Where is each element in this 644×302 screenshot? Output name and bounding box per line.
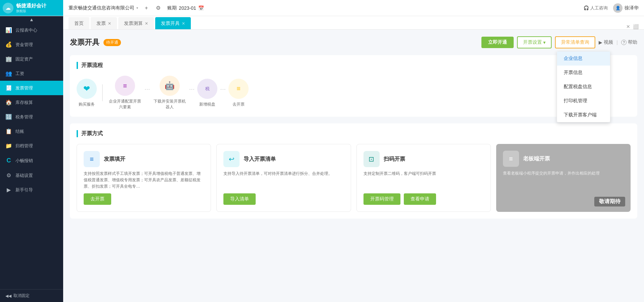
method-import-icon: ↩ — [223, 151, 240, 167]
app-logo-icon: ☁ — [3, 3, 13, 13]
fixed-assets-icon: 🏢 — [5, 56, 12, 62]
method-cards: ≡ 发票填开 支持按照发票样式手工填开发票；可开具增值税电子普通发票、增值税普通… — [77, 144, 631, 212]
company-selector[interactable]: 重庆畅捷交通信息咨询有限公司 ▾ — [69, 5, 138, 11]
flow-divider-1 — [102, 84, 103, 101]
tax-icon: 🔢 — [5, 114, 12, 120]
dropdown-item-invoice-info[interactable]: 开票信息 — [557, 66, 610, 80]
app-edition: 旗舰版 — [16, 9, 46, 13]
flow-step-3-label: 下载并安装开票机器人 — [153, 99, 186, 110]
sidebar-item-xiaochang[interactable]: C 小畅报销 — [0, 153, 63, 168]
top-bar: ☁ 畅捷通好会计 旗舰版 重庆畅捷交通信息咨询有限公司 ▾ + ⚙ 账期 202… — [0, 0, 644, 16]
page-content: 发票开具 待开通 立即开通 开票设置 ▾ 异常清单查询 ▶ 视频 | — [63, 30, 644, 302]
method-card-fill: ≡ 发票填开 支持按照发票样式手工填开发票；可开具增值税电子普通发票、增值税普通… — [77, 144, 211, 212]
tab-maximize-icon[interactable]: ⬜ — [633, 24, 639, 29]
abnormal-list-button[interactable]: 异常清单查询 — [555, 36, 595, 48]
flow-step-2-icon: ≡ — [115, 76, 135, 96]
dropdown-item-download-client[interactable]: 下载开票客户端 — [557, 108, 610, 122]
method-scan-qrcode-btn[interactable]: 开票码管理 — [363, 193, 400, 205]
flow-step-4: 税 新增税盘 — [197, 79, 217, 107]
method-import-header: ↩ 导入开票清单 — [223, 151, 344, 167]
boss-watermark: 敬请期待 — [594, 197, 625, 206]
tab-invoice[interactable]: 发票 ✕ — [91, 17, 117, 29]
sidebar-item-tax[interactable]: 🔢 税务管理 — [0, 110, 63, 124]
sidebar-item-label: 发票管理 — [15, 85, 33, 91]
flow-step-2: ≡ 企业开通配置开票六要素 — [108, 76, 142, 110]
sidebar-item-label: 云报表中心 — [15, 27, 37, 33]
video-icon: ▶ — [599, 40, 602, 45]
tab-invoice-calc-close-icon[interactable]: ✕ — [145, 21, 148, 26]
flow-step-4-label: 新增税盘 — [199, 102, 215, 107]
dropdown-item-printer[interactable]: 打印机管理 — [557, 94, 610, 108]
help-label: 帮助 — [628, 39, 637, 45]
support-label: 人工咨询 — [590, 5, 608, 11]
method-fill-name: 发票填开 — [104, 156, 125, 163]
settings-btn-chevron-icon: ▾ — [543, 40, 546, 45]
help-button[interactable]: ? 帮助 — [621, 39, 637, 45]
logo-text-area: 畅捷通好会计 旗舰版 — [16, 3, 46, 13]
settings-dropdown-button[interactable]: 开票设置 ▾ — [517, 36, 552, 48]
dropdown-item-tax-disk[interactable]: 配置税盘信息 — [557, 80, 610, 94]
sidebar-item-cloud-report[interactable]: 📊 云报表中心 — [0, 23, 63, 37]
avatar: 👤 — [613, 3, 622, 13]
method-boss-icon: ≡ — [503, 151, 519, 167]
tabs-bar: 首页 发票 ✕ 发票测算 ✕ 发票开具 ✕ ✕ ⬜ — [63, 16, 644, 30]
dropdown-item-company-info[interactable]: 企业信息 — [557, 51, 610, 66]
calendar-icon[interactable]: 📅 — [198, 5, 204, 11]
method-scan-header: ⊡ 扫码开票 — [363, 151, 484, 167]
tabs-right: ✕ ⬜ — [626, 24, 639, 29]
method-scan-icon: ⊡ — [363, 151, 380, 167]
help-icon: ? — [621, 40, 627, 45]
user-area[interactable]: 👤 徐泽华 — [613, 3, 639, 13]
sidebar-item-label: 小畅报销 — [15, 158, 33, 164]
method-card-boss: ≡ 老板端开票 查看老板端小程序提交的开票申请，并作出相应的处理 敬请期待 — [496, 144, 631, 212]
sidebar-item-invoice[interactable]: 🧾 发票管理 — [0, 81, 63, 95]
tab-invoice-issue[interactable]: 发票开具 ✕ — [155, 17, 191, 29]
method-scan-name: 扫码开票 — [384, 156, 405, 163]
cancel-fixed-icon: ◀◀ — [5, 294, 11, 298]
sidebar-item-guide[interactable]: ▶ 新手引导 — [0, 183, 63, 197]
activate-button[interactable]: 立即开通 — [481, 37, 514, 48]
tab-home-label: 首页 — [74, 21, 84, 27]
tab-home[interactable]: 首页 — [69, 17, 89, 29]
flow-arrow-3: ··· — [189, 85, 195, 101]
sidebar-item-archive[interactable]: 📁 归档管理 — [0, 139, 63, 153]
tab-invoice-issue-label: 发票开具 — [161, 21, 180, 27]
sidebar-item-settings[interactable]: ⚙ 基础设置 — [0, 168, 63, 183]
username: 徐泽华 — [625, 5, 639, 11]
period-label: 账期 — [167, 5, 177, 11]
settings-dropdown-menu: 企业信息 开票信息 配置税盘信息 打印机管理 下载开票客户端 — [557, 51, 610, 122]
sidebar-item-label: 资金管理 — [15, 42, 33, 48]
sidebar: ▲ 📊 云报表中心 💰 资金管理 🏢 固定资产 👥 工资 🧾 发票管理 — [0, 16, 63, 302]
flow-step-1-icon: ❤ — [77, 79, 97, 99]
settings-button[interactable]: ⚙ — [155, 3, 162, 12]
tab-close-all-icon[interactable]: ✕ — [626, 24, 630, 29]
add-button[interactable]: + — [143, 4, 149, 12]
tab-invoice-close-icon[interactable]: ✕ — [108, 21, 111, 26]
sidebar-item-fund[interactable]: 💰 资金管理 — [0, 37, 63, 52]
flow-step-1: ❤ 购买服务 — [77, 79, 97, 107]
sidebar-item-settlement[interactable]: 📋 结账 — [0, 124, 63, 139]
tab-invoice-label: 发票 — [96, 21, 106, 27]
flow-arrow-4: ··· — [220, 85, 226, 101]
sidebar-item-label: 新手引导 — [15, 187, 33, 193]
tab-invoice-calc[interactable]: 发票测算 ✕ — [118, 17, 154, 29]
method-import-btn[interactable]: 导入清单 — [223, 193, 256, 205]
flow-section-title: 开票流程 — [77, 62, 631, 69]
page-title: 发票开具 — [70, 37, 99, 47]
method-scan-btns: 开票码管理 查看申请 — [363, 193, 484, 205]
scroll-up-icon[interactable]: ▲ — [0, 16, 63, 23]
method-fill-btn[interactable]: 去开票 — [84, 193, 111, 205]
cancel-fixed-button[interactable]: ◀◀ 取消固定 — [0, 289, 63, 302]
tab-invoice-issue-close-icon[interactable]: ✕ — [182, 21, 185, 26]
topbar-right: 🎧 人工咨询 👤 徐泽华 — [584, 3, 639, 13]
flow-step-5-label: 去开票 — [232, 102, 245, 107]
sidebar-item-fixed-assets[interactable]: 🏢 固定资产 — [0, 52, 63, 66]
method-section: 开票方式 ≡ 发票填开 支持按照发票样式手工填开发票；可开具增值税电子普通发票、… — [70, 123, 637, 219]
method-scan-desc: 支持定制开票二维码，客户端可扫码开票 — [363, 171, 484, 190]
support-button[interactable]: 🎧 人工咨询 — [584, 5, 608, 11]
sidebar-item-payroll[interactable]: 👥 工资 — [0, 66, 63, 81]
method-scan-apply-btn[interactable]: 查看申请 — [404, 193, 436, 205]
video-button[interactable]: ▶ 视频 — [599, 39, 613, 45]
sidebar-item-inventory[interactable]: 🏠 库存核算 — [0, 95, 63, 110]
settings-icon: ⚙ — [5, 172, 12, 179]
